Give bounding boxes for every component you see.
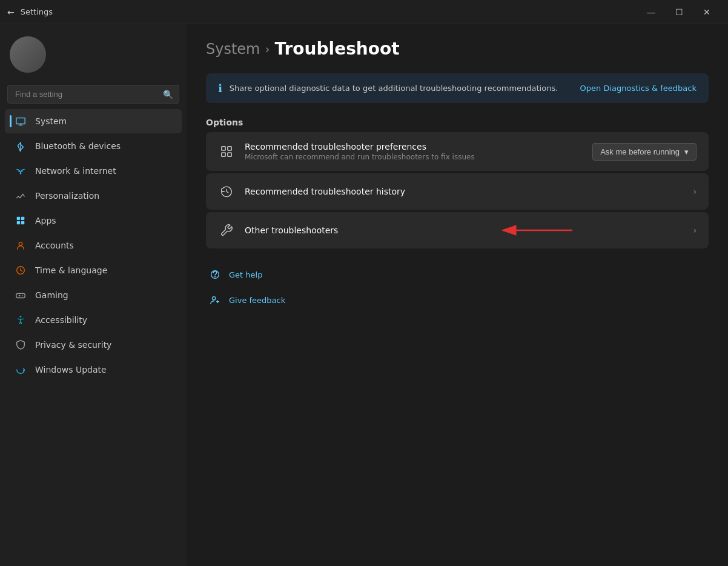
personalization-icon [15, 190, 27, 202]
troubleshoot-prefs-icon [218, 143, 235, 160]
accounts-icon [15, 239, 27, 251]
chevron-right-other-icon: › [693, 225, 697, 235]
option-recommended-history[interactable]: Recommended troubleshooter history › [206, 173, 709, 210]
sidebar-item-accessibility[interactable]: Accessibility [5, 308, 182, 332]
svg-rect-4 [17, 221, 20, 224]
troubleshooter-prefs-dropdown[interactable]: Ask me before running ▾ [592, 143, 697, 161]
sidebar-item-apps[interactable]: Apps [5, 208, 182, 233]
option-other-text: Other troubleshooters [245, 225, 683, 235]
privacy-icon [15, 339, 27, 351]
option-prefs-subtitle: Microsoft can recommend and run troubles… [245, 153, 583, 161]
option-prefs-text: Recommended troubleshooter preferences M… [245, 142, 583, 161]
breadcrumb-separator: › [265, 42, 270, 56]
get-help-link[interactable]: Get help [206, 263, 709, 286]
svg-point-1 [20, 173, 22, 175]
svg-rect-11 [222, 147, 225, 150]
open-diagnostics-link[interactable]: Open Diagnostics & feedback [580, 84, 697, 93]
maximize-button[interactable]: ☐ [665, 2, 693, 22]
svg-rect-0 [16, 118, 25, 124]
sidebar-item-accounts[interactable]: Accounts [5, 233, 182, 258]
svg-rect-3 [21, 217, 24, 220]
wrench-icon [218, 222, 235, 239]
gaming-icon [15, 289, 27, 301]
option-other-title: Other troubleshooters [245, 225, 683, 235]
dropdown-chevron-icon: ▾ [684, 147, 689, 156]
option-prefs-control: Ask me before running ▾ [592, 143, 697, 161]
give-feedback-icon [208, 293, 222, 307]
svg-point-17 [213, 297, 216, 300]
info-banner-left: ℹ Share optional diagnostic data to get … [218, 82, 558, 95]
svg-rect-14 [228, 153, 231, 156]
sidebar-item-label-accounts: Accounts [35, 241, 74, 250]
back-icon[interactable]: ← [7, 7, 15, 17]
breadcrumb-current: Troubleshoot [275, 39, 400, 59]
chevron-right-icon: › [693, 187, 697, 196]
avatar-inner [10, 36, 46, 73]
svg-rect-13 [222, 153, 225, 156]
option-prefs-title: Recommended troubleshooter preferences [245, 142, 583, 151]
apps-icon [15, 215, 27, 227]
svg-point-10 [20, 316, 22, 318]
option-other-troubleshooters[interactable]: Other troubleshooters › [206, 212, 709, 248]
sidebar-item-privacy[interactable]: Privacy & security [5, 333, 182, 357]
titlebar-title: Settings [21, 7, 53, 16]
titlebar-left: ← Settings [7, 7, 53, 17]
option-history-control: › [693, 187, 697, 196]
svg-point-9 [22, 295, 23, 296]
network-icon [15, 165, 27, 177]
system-icon [15, 115, 27, 127]
sidebar-item-label-bluetooth: Bluetooth & devices [35, 141, 121, 151]
avatar [10, 36, 46, 73]
give-feedback-link[interactable]: Give feedback [206, 288, 709, 311]
sidebar-item-time[interactable]: Time & language [5, 258, 182, 282]
svg-rect-8 [16, 293, 25, 298]
sidebar-item-label-gaming: Gaming [35, 290, 68, 300]
option-recommended-prefs[interactable]: Recommended troubleshooter preferences M… [206, 132, 709, 171]
sidebar-item-label-personalization: Personalization [35, 191, 99, 201]
sidebar-item-label-privacy: Privacy & security [35, 340, 111, 350]
sidebar-item-gaming[interactable]: Gaming [5, 283, 182, 307]
option-history-title: Recommended troubleshooter history [245, 187, 683, 196]
titlebar-controls: — ☐ ✕ [637, 2, 721, 22]
dropdown-value: Ask me before running [600, 147, 680, 156]
update-icon [15, 364, 27, 376]
content-area: System › Troubleshoot ℹ Share optional d… [187, 24, 728, 566]
sidebar-profile [0, 24, 187, 82]
svg-point-6 [19, 242, 22, 245]
svg-rect-5 [21, 221, 24, 224]
titlebar: ← Settings — ☐ ✕ [0, 0, 728, 24]
help-links: Get help Give feedback [206, 263, 709, 311]
sidebar-item-label-network: Network & internet [35, 166, 116, 176]
info-banner: ℹ Share optional diagnostic data to get … [206, 73, 709, 103]
history-icon [218, 183, 235, 200]
minimize-button[interactable]: — [637, 2, 665, 22]
sidebar-item-label-accessibility: Accessibility [35, 315, 87, 325]
search-input[interactable] [7, 85, 179, 104]
sidebar-item-label-system: System [35, 116, 67, 126]
option-other-control: › [693, 225, 697, 235]
sidebar-nav: System Bluetooth & devices [0, 108, 187, 382]
sidebar-search-container: 🔍 [7, 85, 179, 104]
sidebar-item-update[interactable]: Windows Update [5, 358, 182, 382]
accessibility-icon [15, 314, 27, 326]
breadcrumb: System › Troubleshoot [206, 39, 709, 59]
sidebar-item-personalization[interactable]: Personalization [5, 184, 182, 208]
get-help-label: Get help [229, 270, 262, 279]
breadcrumb-parent: System [206, 41, 260, 58]
sidebar-item-system[interactable]: System [5, 109, 182, 133]
sidebar-item-label-time: Time & language [35, 265, 107, 275]
sidebar-item-bluetooth[interactable]: Bluetooth & devices [5, 134, 182, 158]
search-icon: 🔍 [163, 90, 173, 99]
app-container: 🔍 System [0, 24, 728, 566]
info-banner-text: Share optional diagnostic data to get ad… [230, 84, 558, 93]
close-button[interactable]: ✕ [693, 2, 721, 22]
options-header: Options [206, 118, 709, 127]
give-feedback-label: Give feedback [229, 296, 285, 305]
option-history-text: Recommended troubleshooter history [245, 187, 683, 196]
info-icon: ℹ [218, 82, 222, 95]
get-help-icon [208, 268, 222, 281]
sidebar-item-network[interactable]: Network & internet [5, 159, 182, 183]
time-icon [15, 264, 27, 276]
sidebar-item-label-apps: Apps [35, 216, 56, 225]
svg-rect-2 [17, 217, 20, 220]
